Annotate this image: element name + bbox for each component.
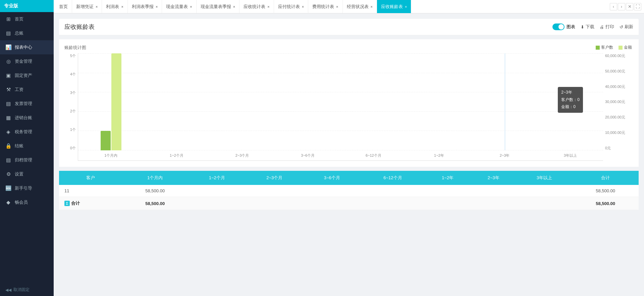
td-total-m1-2 xyxy=(188,197,246,210)
refresh-icon: ↺ xyxy=(620,24,623,30)
tab-ar-aging-close[interactable]: × xyxy=(405,5,407,9)
sidebar-item-label: 税务管理 xyxy=(15,129,32,135)
bars-container xyxy=(78,53,603,150)
tab-prev-button[interactable]: ‹ xyxy=(610,3,617,10)
sidebar-item-member[interactable]: ◆ 畅会员 xyxy=(0,195,54,209)
refresh-label: 刷新 xyxy=(625,24,633,30)
sidebar-item-funds[interactable]: ◎ 资金管理 xyxy=(0,54,54,68)
sidebar-item-label: 工资 xyxy=(15,87,23,93)
print-label: 打印 xyxy=(605,24,614,30)
td-total-total: 58,500.00 xyxy=(572,197,639,210)
sidebar-item-label: 首页 xyxy=(15,16,23,22)
x-label-4: 6~12个月 xyxy=(341,150,407,160)
x-label-6: 2~3年 xyxy=(472,150,538,160)
x-label-5: 1~2年 xyxy=(406,150,472,160)
tab-cashflow[interactable]: 现金流量表 × xyxy=(162,0,196,13)
sidebar-item-archive[interactable]: ▤ 归档管理 xyxy=(0,153,54,167)
bar-group-4 xyxy=(341,53,407,150)
tab-next-button[interactable]: › xyxy=(618,3,625,10)
unpin-button[interactable]: ◀◀ 取消固定 xyxy=(0,284,54,296)
sidebar-item-reports[interactable]: 📊 报表中心 xyxy=(0,40,54,54)
th-m3-6: 3~6个月 xyxy=(303,171,361,185)
th-customer: 客户 xyxy=(59,171,122,185)
bar-group-5 xyxy=(406,53,472,150)
unpin-icon: ◀◀ xyxy=(5,288,11,292)
home-icon: ⊞ xyxy=(5,16,11,22)
tab-voucher[interactable]: 新增凭证 × xyxy=(72,0,102,13)
tab-receivable-stat[interactable]: 应收统计表 × xyxy=(239,0,274,13)
toggle-track[interactable] xyxy=(552,23,565,30)
sidebar-item-label: 设置 xyxy=(15,171,23,177)
sidebar-item-label: 归档管理 xyxy=(15,157,32,163)
tab-business-stat-close[interactable]: × xyxy=(371,5,373,9)
tab-profit-quarter[interactable]: 利润表季报 × xyxy=(128,0,162,13)
x-label-7: 3年以上 xyxy=(537,150,603,160)
tab-payable-stat-close[interactable]: × xyxy=(302,5,304,9)
tab-expand-button[interactable]: ⛶ xyxy=(634,3,641,10)
tab-close-all-button[interactable]: ✕ xyxy=(626,3,633,10)
header-actions: 图表 ⬇ 下载 🖨 打印 ↺ 刷新 xyxy=(552,23,633,30)
sidebar-item-label: 固定资产 xyxy=(15,72,32,79)
settings-icon: ⚙ xyxy=(5,171,11,177)
total-icon: Σ xyxy=(64,201,70,206)
tab-ar-aging-label: 应收账龄表 xyxy=(381,4,403,10)
tab-profit-close[interactable]: × xyxy=(121,5,123,9)
table-total-row: Σ 合计 58,500.00 58,500.00 xyxy=(59,197,639,210)
tab-ar-aging[interactable]: 应收账龄表 × xyxy=(377,0,411,13)
tab-cashflow-label: 现金流量表 xyxy=(166,4,188,10)
sidebar-item-label: 发票管理 xyxy=(15,101,32,107)
tab-business-stat[interactable]: 经营状况表 × xyxy=(343,0,377,13)
download-icon: ⬇ xyxy=(581,24,584,30)
tab-expense-stat[interactable]: 费用统计表 × xyxy=(308,0,342,13)
tab-voucher-close[interactable]: × xyxy=(96,5,98,9)
td-total-m2-3 xyxy=(246,197,303,210)
sidebar-item-label: 资金管理 xyxy=(15,58,32,64)
payroll-icon: ⚒ xyxy=(5,87,11,93)
tab-receivable-stat-close[interactable]: × xyxy=(267,5,269,9)
td-m3-6 xyxy=(303,185,361,197)
legend-customer-label: 客户数 xyxy=(601,45,613,50)
download-button[interactable]: ⬇ 下载 xyxy=(581,24,594,30)
print-button[interactable]: 🖨 打印 xyxy=(600,24,614,30)
chart-toggle[interactable]: 图表 xyxy=(552,23,575,30)
bar-group-0 xyxy=(78,53,144,150)
tab-payable-stat[interactable]: 应付统计表 × xyxy=(274,0,308,13)
sidebar-item-label: 结账 xyxy=(15,143,23,149)
sidebar-item-payroll[interactable]: ⚒ 工资 xyxy=(0,83,54,97)
sidebar-item-home[interactable]: ⊞ 首页 xyxy=(0,12,54,26)
sidebar-item-label: 报表中心 xyxy=(15,44,32,50)
table-container: 客户 1个月内 1~2个月 2~3个月 3~6个月 6~12个月 1~2年 2~… xyxy=(59,171,639,210)
tab-home-label: 首页 xyxy=(59,4,68,10)
bar-group-1 xyxy=(144,53,210,150)
legend-amount-label: 金额 xyxy=(624,45,632,50)
sidebar-item-ledger[interactable]: ▤ 总账 xyxy=(0,26,54,40)
x-label-2: 2~3个月 xyxy=(209,150,275,160)
td-customer: 11 xyxy=(59,185,122,197)
tab-cashflow-quarter[interactable]: 现金流量表季报 × xyxy=(197,0,239,13)
tab-cashflow-close[interactable]: × xyxy=(190,5,192,9)
tab-expense-stat-close[interactable]: × xyxy=(336,5,338,9)
td-m2-3 xyxy=(246,185,303,197)
x-label-0: 1个月内 xyxy=(78,150,144,160)
tab-profit-quarter-close[interactable]: × xyxy=(156,5,158,9)
sidebar-item-closing[interactable]: 🔒 结账 xyxy=(0,139,54,153)
sidebar-item-tax[interactable]: ◈ 税务管理 xyxy=(0,125,54,139)
tab-home[interactable]: 首页 xyxy=(55,0,72,13)
tab-business-stat-label: 经营状况表 xyxy=(347,4,369,10)
y-axis-right: 60,000.00元 50,000.00元 40,000.00元 30,000.… xyxy=(603,53,633,161)
tab-profit[interactable]: 利润表 × xyxy=(102,0,127,13)
sidebar-item-inventory[interactable]: ▦ 进销台账 xyxy=(0,111,54,125)
sidebar-item-invoice[interactable]: ▤ 发票管理 xyxy=(0,97,54,111)
chart-container: 5个 4个 3个 2个 1个 0个 xyxy=(64,53,633,161)
chart-area: 账龄统计图 客户数 金额 5个 4个 3个 2个 1个 xyxy=(59,39,639,167)
sidebar-item-settings[interactable]: ⚙ 设置 xyxy=(0,167,54,181)
tab-voucher-label: 新增凭证 xyxy=(76,4,94,10)
table-header-row: 客户 1个月内 1~2个月 2~3个月 3~6个月 6~12个月 1~2年 2~… xyxy=(59,171,639,185)
refresh-button[interactable]: ↺ 刷新 xyxy=(620,24,633,30)
tab-cashflow-quarter-close[interactable]: × xyxy=(233,5,235,9)
td-total-y2-3 xyxy=(471,197,517,210)
sidebar-item-fixed-assets[interactable]: ▣ 固定资产 xyxy=(0,68,54,83)
sidebar-item-guide[interactable]: 🆕 新手引导 xyxy=(0,181,54,195)
main-area: 首页 新增凭证 × 利润表 × 利润表季报 × 现金流量表 × 现金流量表季报 … xyxy=(54,0,644,296)
table-row: 11 58,500.00 58,500.00 xyxy=(59,185,639,197)
